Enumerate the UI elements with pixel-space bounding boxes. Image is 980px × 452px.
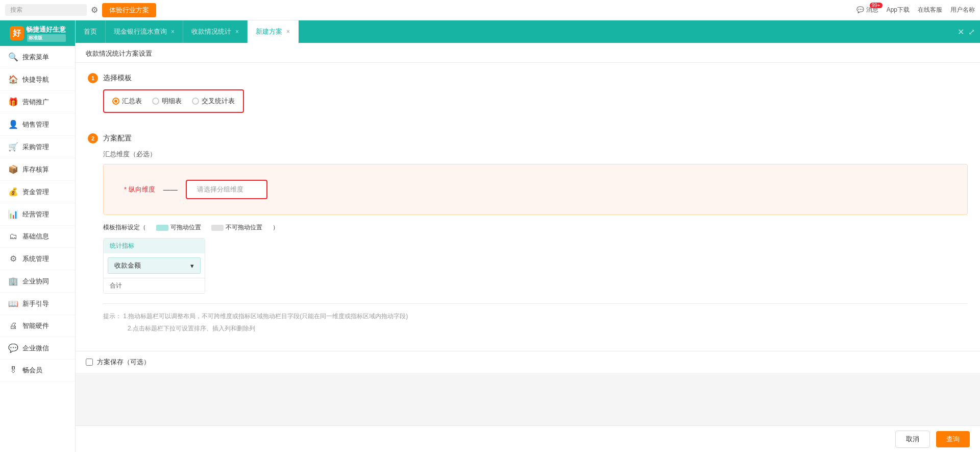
sidebar-label-system: 系统管理 xyxy=(22,254,49,264)
tab-bar-actions: ✕ ⤢ xyxy=(958,27,980,37)
settings-icon[interactable]: ⚙ xyxy=(91,5,98,15)
tab-home[interactable]: 首页 xyxy=(76,20,106,43)
sidebar-label-enterprise: 企业协同 xyxy=(22,277,49,286)
radio-detail[interactable]: 明细表 xyxy=(152,97,182,106)
dimension-title-text: 汇总维度（必选） xyxy=(103,150,156,158)
sidebar: 好 畅捷通好生意 标准版 🔍 搜索菜单 🏠 快捷导航 🎁 营销推广 👤 销售管理… xyxy=(0,20,76,452)
dimension-section-label: 汇总维度（必选） xyxy=(103,150,968,159)
sidebar-item-finance[interactable]: 💰 资金管理 xyxy=(0,181,75,203)
sidebar-item-basic-info[interactable]: 🗂 基础信息 xyxy=(0,226,75,248)
metrics-table-header: 统计指标 xyxy=(104,239,205,253)
metrics-cell-payment-label: 收款金额 xyxy=(114,261,141,270)
sidebar-item-inventory[interactable]: 📦 库存核算 xyxy=(0,158,75,181)
radio-cross[interactable]: 交叉统计表 xyxy=(192,97,235,106)
tab-collection-stat-close[interactable]: × xyxy=(235,28,239,35)
vertical-dim-row: * 纵向维度 —— 请选择分组维度 xyxy=(124,180,267,199)
sidebar-label-marketing: 营销推广 xyxy=(22,98,49,107)
sidebar-item-purchase[interactable]: 🛒 采购管理 xyxy=(0,136,75,158)
content-area: 首页 现金银行流水查询 × 收款情况统计 × 新建方案 × ✕ ⤢ xyxy=(76,20,980,452)
tab-collection-stat-label: 收款情况统计 xyxy=(191,27,231,36)
sidebar-label-finance: 资金管理 xyxy=(22,187,49,197)
search-menu-icon: 🔍 xyxy=(8,52,18,62)
footer-bar: 取消 查询 xyxy=(76,425,980,452)
no-drag-indicator xyxy=(211,225,224,231)
sidebar-item-sales[interactable]: 👤 销售管理 xyxy=(0,113,75,136)
sidebar-label-search-menu: 搜索菜单 xyxy=(22,53,49,62)
logo-text: 畅捷通好生意 标准版 xyxy=(26,25,66,42)
step2-content: 汇总维度（必选） * 纵向维度 —— 请选择分组维度 xyxy=(103,150,968,341)
sidebar-item-marketing[interactable]: 🎁 营销推广 xyxy=(0,91,75,113)
metrics-cell-payment[interactable]: 收款金额 ▾ xyxy=(108,257,201,274)
user-name[interactable]: 用户名称 xyxy=(950,6,975,14)
marketing-icon: 🎁 xyxy=(8,97,18,107)
sidebar-label-sales: 销售管理 xyxy=(22,120,49,129)
search-box[interactable]: 搜索 xyxy=(5,4,87,16)
logo-area: 好 畅捷通好生意 标准版 xyxy=(0,20,75,46)
tab-collection-stat[interactable]: 收款情况统计 × xyxy=(183,20,248,43)
metrics-table: 统计指标 收款金额 ▾ 合计 xyxy=(103,238,205,294)
tab-bank-flow[interactable]: 现金银行流水查询 × xyxy=(106,20,183,43)
dim-arrow: —— xyxy=(163,185,178,194)
top-bar: 搜索 ⚙ 体验行业方案 💬 99+ 消息 App下载 在线客服 用户名称 xyxy=(0,0,980,20)
metrics-cells-container: 收款金额 ▾ xyxy=(104,253,205,278)
query-button[interactable]: 查询 xyxy=(936,431,970,447)
radio-summary-circle xyxy=(112,98,119,105)
purchase-icon: 🛒 xyxy=(8,142,18,152)
sidebar-item-enterprise[interactable]: 🏢 企业协同 xyxy=(0,270,75,293)
sidebar-item-quick-nav[interactable]: 🏠 快捷导航 xyxy=(0,68,75,91)
drag-indicator xyxy=(156,225,168,231)
sidebar-item-system[interactable]: ⚙ 系统管理 xyxy=(0,248,75,270)
sidebar-item-operations[interactable]: 📊 经营管理 xyxy=(0,203,75,226)
top-bar-right: 💬 99+ 消息 App下载 在线客服 用户名称 xyxy=(856,6,975,14)
no-drag-tag: 不可拖动位置 xyxy=(211,223,262,232)
save-label-text: 方案保存（可选） xyxy=(97,358,150,367)
sidebar-item-search-menu[interactable]: 🔍 搜索菜单 xyxy=(0,46,75,68)
logo-icon: 好 xyxy=(10,26,24,40)
sidebar-label-basic-info: 基础信息 xyxy=(22,232,49,241)
step2-row: 2 方案配置 xyxy=(88,133,968,144)
radio-cross-label: 交叉统计表 xyxy=(202,97,235,106)
main-layout: 好 畅捷通好生意 标准版 🔍 搜索菜单 🏠 快捷导航 🎁 营销推广 👤 销售管理… xyxy=(0,20,980,452)
metrics-cell-dropdown-icon[interactable]: ▾ xyxy=(190,262,194,270)
sidebar-item-smart-hw[interactable]: 🖨 智能硬件 xyxy=(0,315,75,337)
sidebar-label-smart-hw: 智能硬件 xyxy=(22,321,49,330)
tab-new-plan-close[interactable]: × xyxy=(286,28,290,35)
sales-icon: 👤 xyxy=(8,120,18,129)
industry-plan-button[interactable]: 体验行业方案 xyxy=(102,3,156,17)
tab-window-close-icon[interactable]: ✕ xyxy=(958,27,964,37)
tab-bank-flow-close[interactable]: × xyxy=(171,28,175,35)
tab-window-expand-icon[interactable]: ⤢ xyxy=(968,27,975,37)
sidebar-item-guide[interactable]: 📖 新手引导 xyxy=(0,293,75,315)
metrics-close-paren: ） xyxy=(273,223,279,232)
sidebar-item-wechat[interactable]: 💬 企业微信 xyxy=(0,337,75,360)
app-download-link[interactable]: App下载 xyxy=(887,6,910,14)
top-bar-left: 搜索 ⚙ 体验行业方案 xyxy=(5,3,852,17)
cancel-button[interactable]: 取消 xyxy=(895,431,930,448)
tab-bar: 首页 现金银行流水查询 × 收款情况统计 × 新建方案 × ✕ ⤢ xyxy=(76,20,980,43)
message-badge-wrap[interactable]: 💬 99+ 消息 xyxy=(856,6,878,14)
step1-row: 1 选择模板 xyxy=(88,73,968,83)
breadcrumb: 收款情况统计方案设置 xyxy=(86,50,152,57)
save-checkbox[interactable] xyxy=(86,359,93,366)
dim-select-box[interactable]: 请选择分组维度 xyxy=(186,180,267,199)
radio-summary[interactable]: 汇总表 xyxy=(112,97,142,106)
basic-info-icon: 🗂 xyxy=(8,232,18,241)
drag-tag: 可拖动位置 xyxy=(156,223,201,232)
page-content: 收款情况统计方案设置 1 选择模板 汇总表 xyxy=(76,43,980,425)
finance-icon: 💰 xyxy=(8,187,18,197)
sidebar-item-member[interactable]: 🎖 畅会员 xyxy=(0,360,75,382)
operations-icon: 📊 xyxy=(8,209,18,219)
step2-label: 方案配置 xyxy=(103,134,132,143)
online-service-link[interactable]: 在线客服 xyxy=(918,6,942,14)
quick-nav-icon: 🏠 xyxy=(8,75,18,84)
tab-new-plan[interactable]: 新建方案 × xyxy=(248,20,299,43)
template-radio-group: 汇总表 明细表 交叉统计表 xyxy=(112,97,235,106)
sidebar-label-purchase: 采购管理 xyxy=(22,142,49,152)
sidebar-label-wechat: 企业微信 xyxy=(22,344,49,353)
metrics-subrow-total: 合计 xyxy=(104,278,205,293)
smart-hw-icon: 🖨 xyxy=(8,321,18,330)
step1-badge: 1 xyxy=(88,73,98,83)
member-icon: 🎖 xyxy=(8,366,18,375)
tab-new-plan-label: 新建方案 xyxy=(256,27,282,36)
drag-label-text: 可拖动位置 xyxy=(170,223,201,232)
